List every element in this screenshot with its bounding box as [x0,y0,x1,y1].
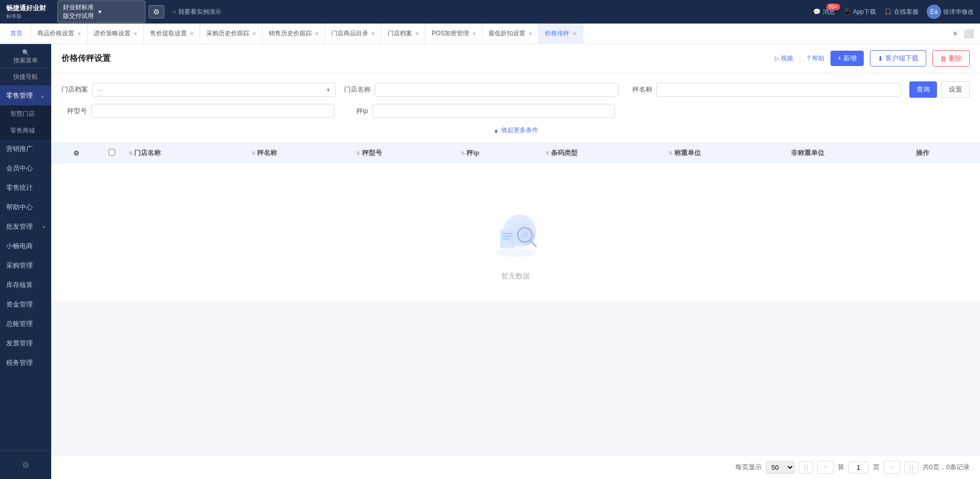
sidebar-item-smart-store[interactable]: 智慧门店 [0,105,51,122]
sidebar-item-tax[interactable]: 税务管理 [0,353,51,373]
filter-scale-name-input[interactable] [656,83,901,97]
help-label: 帮助 [812,54,824,63]
empty-row: 暂无数据 [51,163,980,302]
total-info: 共0页，0条记录 [923,463,970,472]
sidebar-item-wholesale-label: 批发管理 [6,222,33,231]
tab-purchase-strategy-close[interactable]: × [134,30,137,37]
th-scale-ip: ⇅ 秤ip [455,143,539,163]
query-button[interactable]: 查询 [909,81,937,98]
sidebar-nav[interactable]: 快捷导航 [0,69,51,86]
video-icon: ▷ [775,55,779,62]
last-page-button[interactable]: ⟩⟩ [904,461,919,473]
tab-close-all-button[interactable]: × [951,27,960,40]
sort-icon-scale[interactable]: ⇅ [251,150,255,156]
tab-price-scale-close[interactable]: × [572,30,576,37]
demo-button[interactable]: ○ 我要看实例演示 [173,8,221,16]
next-page-button[interactable]: ＞ [884,461,900,474]
th-settings[interactable]: ⚙ [51,143,102,163]
first-page-button[interactable]: ⟨⟨ [799,461,813,473]
filter-store-file-select[interactable]: ··· ▾ [92,83,336,97]
sidebar-item-member-label: 会员中心 [6,164,33,173]
download-client-button[interactable]: ⬇ 客户端下载 [870,50,926,67]
tab-sale-history-close[interactable]: × [315,30,318,37]
sidebar-search[interactable]: 🔍 搜索菜单 [0,44,51,69]
divider: | [799,55,801,62]
tab-purchase-history-label: 采购历史价跟踪 [206,29,249,38]
tab-purchase-strategy[interactable]: 进价策略设置 × [88,24,144,44]
tab-store-catalog[interactable]: 门店商品目录 × [325,24,381,44]
collapse-button[interactable]: ▲ 收起更多条件 [493,126,538,135]
page-suffix: 页 [873,463,880,472]
table-settings-icon[interactable]: ⚙ [73,149,79,157]
tab-store-file[interactable]: 门店档案 × [381,24,425,44]
sidebar-item-retail-stats[interactable]: 零售统计 [0,178,51,198]
online-service-button[interactable]: 🎧 在线客服 [884,8,919,16]
tab-store-catalog-label: 门店商品目录 [331,29,368,38]
settings-button[interactable]: 设置 [941,81,970,98]
sidebar-item-ecom[interactable]: 小畅电商 [0,236,51,256]
tab-expand-button[interactable]: ⬜ [962,27,976,40]
version-settings-button[interactable]: ⚙ [148,5,164,18]
sidebar-item-member[interactable]: 会员中心 [0,159,51,178]
sort-icon-weight[interactable]: ⇅ [668,150,672,156]
sort-icon-ip[interactable]: ⇅ [461,150,465,156]
sidebar-settings-button[interactable]: ⚙ [0,456,51,474]
content-area: 价格传秤设置 ▷ 视频 | ? 帮助 + 新增 ⬇ 客户端下载 [51,44,980,479]
sidebar-item-ledger[interactable]: 总账管理 [0,314,51,334]
tab-home[interactable]: 首页 [2,24,31,44]
tab-price-scale-label: 价格传秤 [545,29,569,38]
tab-store-catalog-close[interactable]: × [371,30,375,37]
table-area: ⚙ ⇅ 门店名称 ⇅ 秤名称 [51,143,980,455]
sidebar-item-retail[interactable]: 零售管理 ▲ [0,86,51,105]
tab-price-scale[interactable]: 价格传秤 × [539,24,583,44]
sidebar-item-wholesale[interactable]: 批发管理 ▾ [0,217,51,236]
help-link[interactable]: ? 帮助 [807,54,824,63]
sidebar-item-retail-mall[interactable]: 零售商城 [0,122,51,139]
add-button[interactable]: + 新增 [830,51,864,66]
version-selector[interactable]: 好业财标准版交付试用 ▾ [57,1,145,23]
add-button-label: + 新增 [838,54,857,63]
per-page-select[interactable]: 50 10 20 100 [766,461,795,474]
sidebar-item-purchase[interactable]: 采购管理 [0,256,51,275]
sidebar-item-inventory[interactable]: 库存核算 [0,275,51,295]
tab-sale-history[interactable]: 销售历史价跟踪 × [263,24,325,44]
sidebar-item-help[interactable]: 帮助中心 [0,198,51,217]
top-bar: 畅捷通好业财 标准版 好业财标准版交付试用 ▾ ⚙ ○ 我要看实例演示 💬 消息… [0,0,980,24]
sidebar-item-inventory-label: 库存核算 [6,280,33,290]
user-info[interactable]: Ea 徐泽华修改 [927,5,974,19]
sort-icon-barcode[interactable]: ⇅ [545,150,549,156]
tab-product-price[interactable]: 商品价格设置 × [31,24,88,44]
sidebar-item-retail-mall-label: 零售商城 [10,127,35,134]
video-link[interactable]: ▷ 视频 [775,54,793,63]
filter-scale-ip-input[interactable] [372,104,615,118]
tab-min-discount[interactable]: 最低折扣设置 × [482,24,539,44]
sidebar-item-ecom-label: 小畅电商 [6,242,33,251]
tab-product-price-close[interactable]: × [77,30,81,37]
sidebar-item-finance[interactable]: 资金管理 [0,295,51,314]
sort-icon-store[interactable]: ⇅ [129,150,133,156]
select-all-checkbox[interactable] [109,149,115,156]
prev-page-button[interactable]: ＜ [817,461,834,474]
filter-store-name-input[interactable] [375,83,619,97]
tab-sale-extract[interactable]: 售价提取设置 × [144,24,200,44]
sidebar-item-help-label: 帮助中心 [6,203,33,212]
filter-scale-model-input[interactable] [91,104,334,118]
th-action-label: 操作 [916,149,929,157]
tab-bar: 首页 商品价格设置 × 进价策略设置 × 售价提取设置 × 采购历史价跟踪 × … [0,24,980,44]
sort-icon-model[interactable]: ⇅ [356,150,360,156]
tab-sale-extract-close[interactable]: × [190,30,194,37]
tab-purchase-history[interactable]: 采购历史价跟踪 × [200,24,263,44]
page-title-bar: 价格传秤设置 ▷ 视频 | ? 帮助 + 新增 ⬇ 客户端下载 [51,44,980,73]
page-number-input[interactable] [848,462,869,473]
tab-purchase-history-close[interactable]: × [252,30,256,37]
delete-button[interactable]: 🗑 删除 [932,50,970,67]
app-download-button[interactable]: 📱 App下载 [843,8,876,16]
tab-pos-manage-close[interactable]: × [472,30,476,37]
message-button[interactable]: 💬 消息 99+ [813,8,835,16]
sidebar-item-invoice[interactable]: 发票管理 [0,334,51,353]
tab-store-file-close[interactable]: × [415,30,419,37]
tab-min-discount-close[interactable]: × [528,30,532,37]
help-icon: ? [807,55,811,62]
sidebar-item-marketing[interactable]: 营销推广 [0,139,51,159]
tab-pos-manage[interactable]: POS加密管理 × [425,24,482,44]
